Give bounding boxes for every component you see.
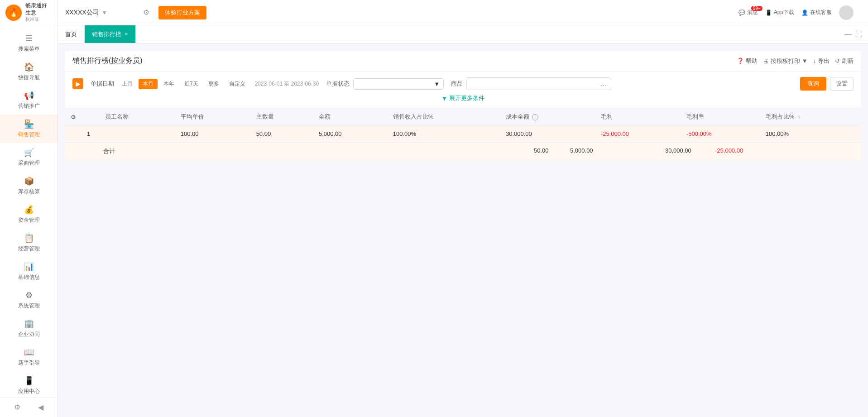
td-gross-ratio: 100.00%: [760, 126, 861, 142]
sidebar-item-label: 采购管理: [18, 159, 40, 167]
sidebar-item-operations[interactable]: 📋 经营管理: [0, 229, 58, 257]
sidebar-item-system[interactable]: ⚙ 系统管理: [0, 286, 58, 314]
basic-info-icon: 📊: [24, 262, 34, 272]
page-content: 销售排行榜(按业务员) ❓ 帮助 🖨 按模板打印 ▼ ↓ 导出 ↺ 刷新: [58, 43, 868, 417]
status-label: 单据状态: [326, 80, 350, 88]
inventory-icon: 📦: [24, 176, 34, 186]
company-arrow-icon: ▼: [102, 10, 107, 16]
sidebar-item-label: 基础信息: [18, 273, 40, 281]
app-download-button[interactable]: 📱 App下载: [765, 9, 794, 16]
tab-close-icon[interactable]: ✕: [124, 31, 128, 37]
trial-button[interactable]: 体验行业方案: [158, 6, 206, 19]
footer-spacer-1: [71, 147, 85, 155]
app-download-icon: 📱: [765, 10, 772, 16]
sidebar-item-basic-info[interactable]: 📊 基础信息: [0, 257, 58, 286]
td-settings: [65, 126, 82, 142]
td-employee: [100, 126, 175, 142]
tab-maximize-icon[interactable]: ⛶: [855, 30, 863, 38]
footer-gross-ratio: [810, 147, 855, 155]
sidebar-item-enterprise[interactable]: 🏢 企业协同: [0, 314, 58, 343]
collapse-icon[interactable]: ◀: [38, 403, 43, 412]
topbar: XXXXX公司 ▼ ⚙ 体验行业方案 💬 消息 99+ 📱 App下载 👤 在线…: [58, 0, 868, 25]
logo-icon: 🔥: [5, 5, 22, 21]
sidebar-item-inventory[interactable]: 📦 库存核算: [0, 172, 58, 200]
tab-minimize-icon[interactable]: —: [844, 30, 852, 38]
td-quantity: 50.00: [251, 126, 313, 142]
settings-bottom-icon[interactable]: ⚙: [14, 403, 20, 412]
help-button[interactable]: ❓ 帮助: [737, 57, 758, 65]
sidebar-item-label: 营销推广: [18, 102, 40, 110]
status-select[interactable]: ▼: [353, 78, 444, 90]
sidebar-item-sales[interactable]: 🏪 销售管理: [0, 115, 58, 143]
tab-home-label: 首页: [65, 30, 77, 38]
tab-home[interactable]: 首页: [58, 25, 85, 43]
date-label: 单据日期: [91, 80, 114, 88]
messages-button[interactable]: 💬 消息 99+: [739, 9, 758, 16]
sidebar-item-finance[interactable]: 💰 资金管理: [0, 200, 58, 229]
settings-button[interactable]: 设置: [830, 77, 854, 91]
refresh-button[interactable]: ↺ 刷新: [835, 57, 854, 65]
footer-cells: 合计 50.00 5,000.00 30,000.00 -25,000.00: [71, 147, 855, 155]
th-settings[interactable]: ⚙: [65, 108, 82, 126]
sidebar-item-search-order[interactable]: ☰ 搜索菜单: [0, 29, 58, 58]
sidebar-item-guide[interactable]: 📖 新手引导: [0, 343, 58, 371]
tab-active-label: 销售排行榜: [92, 30, 121, 38]
topbar-right: 💬 消息 99+ 📱 App下载 👤 在线客服: [739, 5, 861, 20]
purchase-icon: 🛒: [24, 148, 34, 158]
sidebar-item-quick-nav[interactable]: 🏠 快捷导航: [0, 58, 58, 86]
filter-collapse-btn[interactable]: ▶: [72, 78, 83, 89]
td-avg-price: 100.00: [175, 126, 251, 142]
table-footer: 合计 50.00 5,000.00 30,000.00 -25,000.00: [65, 142, 861, 160]
footer-avg-price: [489, 147, 534, 155]
settings-icon[interactable]: ⚙: [143, 8, 149, 17]
sidebar-item-label: 应用中心: [18, 388, 40, 395]
logo-sub: 标准版: [25, 16, 52, 23]
refresh-icon: ↺: [835, 58, 840, 64]
page-header-actions: ❓ 帮助 🖨 按模板打印 ▼ ↓ 导出 ↺ 刷新: [737, 57, 854, 65]
sidebar-item-app-center[interactable]: 📱 应用中心: [0, 371, 58, 397]
tab-sales-ranking[interactable]: 销售排行榜 ✕: [85, 25, 136, 43]
export-button[interactable]: ↓ 导出: [813, 57, 830, 65]
sidebar: 🔥 畅康通好生意 标准版 ☰ 搜索菜单 🏠 快捷导航 📢 营销推广 🏪 销售管理…: [0, 0, 58, 417]
footer-label: 合计: [103, 147, 489, 155]
online-service-button[interactable]: 👤 在线客服: [801, 9, 832, 16]
footer-gross-rate: [765, 147, 810, 155]
cost-info-icon[interactable]: i: [532, 114, 538, 120]
date-range: 2023-06-01 至 2023-06-30: [255, 80, 319, 88]
page-title: 销售排行榜(按业务员): [72, 56, 143, 66]
expand-label: 展开更多条件: [449, 94, 484, 102]
home-icon: 🏠: [24, 62, 34, 72]
current-period-btn[interactable]: 本月: [139, 79, 158, 89]
goods-ellipsis-icon: …: [600, 80, 607, 88]
expand-more-btn[interactable]: ▼ 展开更多条件: [72, 94, 854, 102]
message-icon: 💬: [739, 10, 745, 16]
td-gross-rate: -500.00%: [681, 126, 760, 142]
sort-icon[interactable]: ⇅: [797, 115, 801, 120]
print-icon: 🖨: [763, 58, 769, 64]
th-avg-price: 平均单价: [175, 108, 251, 126]
sidebar-item-label: 快捷导航: [18, 74, 40, 81]
th-employee: 员工名称: [100, 108, 175, 126]
th-cost-amount: 成本全额 i: [500, 108, 595, 126]
last-7days-btn[interactable]: 近7天: [180, 79, 202, 89]
footer-spacer-2: [85, 147, 103, 155]
footer-quantity: 50.00: [534, 147, 570, 155]
this-year-btn[interactable]: 本年: [159, 79, 178, 89]
online-service-label: 在线客服: [810, 9, 832, 16]
sidebar-item-purchase[interactable]: 🛒 采购管理: [0, 143, 58, 172]
sidebar-item-label: 系统管理: [18, 302, 40, 310]
print-button[interactable]: 🖨 按模板打印 ▼: [763, 57, 808, 65]
query-button[interactable]: 查询: [800, 77, 826, 91]
goods-select[interactable]: …: [466, 77, 611, 90]
company-selector[interactable]: XXXXX公司 ▼: [65, 9, 138, 17]
sidebar-item-marketing[interactable]: 📢 营销推广: [0, 86, 58, 115]
sidebar-bottom: ⚙ ◀: [0, 397, 58, 417]
footer-amount: 5,000.00: [570, 147, 615, 155]
more-btn[interactable]: 更多: [204, 79, 223, 89]
company-name: XXXXX公司: [65, 9, 99, 17]
td-sales-ratio: 100.00%: [388, 126, 500, 142]
prev-period-btn[interactable]: 上月: [118, 79, 137, 89]
sidebar-logo: 🔥 畅康通好生意 标准版: [0, 0, 58, 25]
custom-btn[interactable]: 自定义: [225, 79, 249, 89]
avatar[interactable]: [839, 5, 854, 20]
